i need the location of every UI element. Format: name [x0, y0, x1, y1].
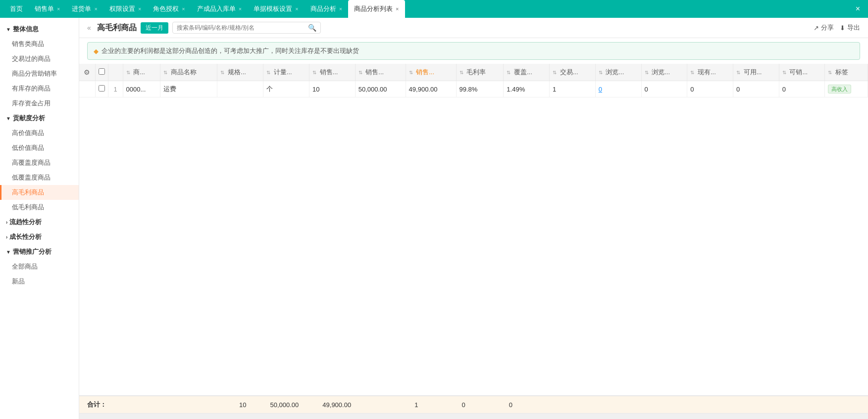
- nav-sales-order[interactable]: 销售单 ×: [29, 0, 66, 18]
- sidebar: ▼ 整体信息 销售类商品 交易过的商品 商品分营助销率 有库存的商品 库存资金占…: [0, 18, 79, 419]
- nav-template-settings[interactable]: 单据模板设置 ×: [248, 0, 304, 18]
- sort-icon: ⇅: [736, 70, 740, 75]
- sidebar-item-high-value[interactable]: 高价值商品: [0, 126, 79, 140]
- cell-sales-profit: 49,900.00: [406, 81, 456, 97]
- products-table: ⚙ ⇅ 商... ⇅ 商品名称: [79, 64, 868, 97]
- col-sales-profit[interactable]: ⇅ 销售...: [406, 64, 456, 81]
- sidebar-item-low-value[interactable]: 低价值商品: [0, 140, 79, 155]
- cell-sales-amount: 50,000.00: [355, 81, 406, 97]
- col-gear[interactable]: ⚙: [79, 64, 95, 81]
- horizontal-scrollbar[interactable]: [79, 413, 868, 419]
- page-title: 高毛利商品: [97, 23, 137, 33]
- col-code[interactable]: ⇅ 商...: [123, 64, 160, 81]
- cell-gear: [79, 81, 95, 97]
- sidebar-group-growth[interactable]: › 成长性分析: [0, 230, 79, 244]
- search-icon[interactable]: 🔍: [308, 24, 316, 32]
- search-input[interactable]: [177, 24, 308, 31]
- nav-finished-goods[interactable]: 产成品入库单 ×: [191, 0, 248, 18]
- select-all-checkbox[interactable]: [99, 68, 105, 75]
- row-checkbox[interactable]: [99, 85, 105, 92]
- footer-transaction: 1: [414, 401, 418, 409]
- export-button[interactable]: ⬇ 导出: [840, 23, 860, 32]
- col-current-stock[interactable]: ⇅ 现有...: [687, 64, 733, 81]
- cell-current-stock: 0: [687, 81, 733, 97]
- filter-recent-month-button[interactable]: 近一月: [141, 22, 168, 34]
- cell-checkbox[interactable]: [95, 81, 108, 97]
- window-close-button[interactable]: ×: [852, 4, 864, 13]
- col-sales-qty[interactable]: ⇅ 销售...: [309, 64, 355, 81]
- sidebar-item-low-coverage[interactable]: 低覆盖度商品: [0, 170, 79, 185]
- col-index: [108, 64, 123, 81]
- col-margin-rate[interactable]: ⇅ 毛利率: [456, 64, 504, 81]
- col-sellable[interactable]: ⇅ 可销...: [779, 64, 825, 81]
- sidebar-item-low-margin[interactable]: 低毛利商品: [0, 200, 79, 215]
- cell-spec: [217, 81, 263, 97]
- nav-close-icon[interactable]: ×: [339, 6, 342, 12]
- share-button[interactable]: ↗ 分享: [814, 23, 834, 32]
- sidebar-group-marketing[interactable]: ▼ 营销推广分析: [0, 244, 79, 259]
- sort-icon: ⇅: [645, 70, 649, 75]
- cell-name: 运费: [160, 81, 217, 97]
- nav-close-icon[interactable]: ×: [239, 6, 242, 12]
- sidebar-item-high-coverage[interactable]: 高覆盖度商品: [0, 155, 79, 170]
- cell-tag: 高收入: [825, 81, 868, 97]
- sidebar-item-all-products[interactable]: 全部商品: [0, 259, 79, 274]
- cell-margin-rate: 99.8%: [456, 81, 504, 97]
- nav-role-auth[interactable]: 角色授权 ×: [147, 0, 191, 18]
- col-available[interactable]: ⇅ 可用...: [733, 64, 779, 81]
- nav-permissions[interactable]: 权限设置 ×: [103, 0, 147, 18]
- diamond-icon: ◆: [94, 47, 99, 55]
- col-transaction[interactable]: ⇅ 交易...: [550, 64, 596, 81]
- top-navigation: 首页 销售单 × 进货单 × 权限设置 × 角色授权 × 产成品入库单 × 单据…: [0, 0, 868, 18]
- nav-close-icon[interactable]: ×: [57, 6, 60, 12]
- nav-close-icon[interactable]: ×: [182, 6, 185, 12]
- cell-browse1[interactable]: 0: [595, 81, 641, 97]
- col-sales-amount[interactable]: ⇅ 销售...: [355, 64, 406, 81]
- nav-product-analysis-list[interactable]: 商品分析列表 ×: [348, 0, 405, 18]
- table-header-row: ⚙ ⇅ 商... ⇅ 商品名称: [79, 64, 868, 81]
- footer-total: 合计： 10 50,000.00 49,900.00 1 0 0: [79, 395, 868, 413]
- cell-available: 0: [733, 81, 779, 97]
- sidebar-group-trend[interactable]: › 流趋性分析: [0, 215, 79, 230]
- col-spec[interactable]: ⇅ 规格...: [217, 64, 263, 81]
- footer-sales-amount: 50,000.00: [270, 401, 299, 409]
- sort-icon: ⇅: [266, 70, 270, 75]
- sidebar-item-in-stock[interactable]: 有库存的商品: [0, 81, 79, 96]
- footer-available: 0: [509, 401, 512, 409]
- nav-product-analysis[interactable]: 商品分析 ×: [305, 0, 348, 18]
- nav-close-icon[interactable]: ×: [138, 6, 141, 12]
- cell-browse2: 0: [641, 81, 687, 97]
- nav-purchase-order[interactable]: 进货单 ×: [66, 0, 103, 18]
- sidebar-item-new-products[interactable]: 新品: [0, 274, 79, 289]
- col-coverage[interactable]: ⇅ 覆盖...: [504, 64, 550, 81]
- sidebar-item-traded-products[interactable]: 交易过的商品: [0, 51, 79, 66]
- sidebar-group-overall[interactable]: ▼ 整体信息: [0, 22, 79, 37]
- sidebar-item-inventory-capital[interactable]: 库存资金占用: [0, 96, 79, 111]
- info-banner: ◆ 企业的主要的利润都是这部分商品创造的，可考虑加大推广，同时关注库存是不要出现…: [87, 42, 860, 60]
- footer-sales-qty: 10: [239, 401, 246, 409]
- col-browse2[interactable]: ⇅ 浏览...: [641, 64, 687, 81]
- expand-arrow-icon: ›: [6, 234, 7, 240]
- sidebar-collapse-button[interactable]: «: [87, 24, 91, 32]
- col-name[interactable]: ⇅ 商品名称: [160, 64, 217, 81]
- nav-close-icon[interactable]: ×: [295, 6, 298, 12]
- sidebar-group-contribution[interactable]: ▼ 贡献度分析: [0, 111, 79, 126]
- content-panel: « 高毛利商品 近一月 🔍 ↗ 分享 ⬇ 导出 ◆ 企业的主要的利润都是这部: [79, 18, 868, 419]
- nav-home[interactable]: 首页: [4, 0, 29, 18]
- expand-arrow-icon: ›: [6, 220, 7, 225]
- table-container: ⚙ ⇅ 商... ⇅ 商品名称: [79, 64, 868, 395]
- cell-code: 0000...: [123, 81, 160, 97]
- footer-sales-profit: 49,900.00: [322, 401, 351, 409]
- sidebar-item-assist-rate[interactable]: 商品分营助销率: [0, 66, 79, 81]
- col-checkbox[interactable]: [95, 64, 108, 81]
- nav-close-icon[interactable]: ×: [396, 6, 399, 12]
- settings-icon[interactable]: ⚙: [84, 68, 90, 76]
- col-browse1[interactable]: ⇅ 浏览...: [595, 64, 641, 81]
- col-unit[interactable]: ⇅ 计量...: [263, 64, 309, 81]
- col-tag[interactable]: ⇅ 标签: [825, 64, 868, 81]
- content-header: « 高毛利商品 近一月 🔍 ↗ 分享 ⬇ 导出: [79, 18, 868, 38]
- nav-close-icon[interactable]: ×: [94, 6, 97, 12]
- footer-current-stock: 0: [461, 401, 465, 409]
- sidebar-item-sales-products[interactable]: 销售类商品: [0, 37, 79, 51]
- sidebar-item-high-margin[interactable]: 高毛利商品: [0, 185, 79, 200]
